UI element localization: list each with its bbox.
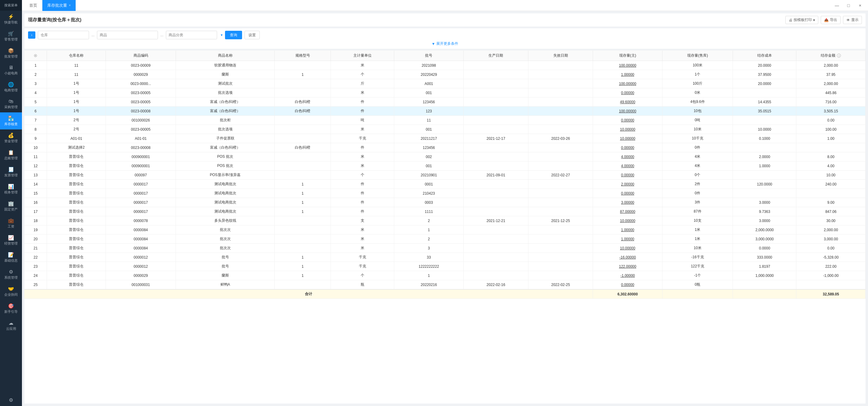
cell-unit: 米 (331, 152, 394, 162)
cell-expire-date (528, 271, 593, 280)
cell-qty-main[interactable]: 10.00000 (593, 134, 662, 143)
cell-unit: 米 (331, 235, 394, 244)
th-spec[interactable]: 规格型号 (275, 50, 331, 61)
cell-product-code: 0000084 (106, 225, 176, 235)
th-unit[interactable]: 主计量单位 (331, 50, 394, 61)
cell-qty-stock: 87件 (662, 207, 733, 216)
search-button[interactable]: 查询 (225, 31, 242, 39)
sidebar-settings[interactable]: ⚙ (0, 394, 22, 406)
maximize-button[interactable]: □ (843, 0, 854, 11)
sidebar-item-purchase[interactable]: 🛍 采购管理 (0, 96, 22, 112)
sidebar-item-hr[interactable]: 💼 工资 (0, 215, 22, 232)
set-button[interactable]: 设置 (245, 31, 260, 39)
expand-conditions[interactable]: ▼ 展开更多条件 (28, 41, 862, 46)
th-qty-main[interactable]: 现存量(主) (593, 50, 662, 61)
cell-qty-stock: 3件 (662, 198, 733, 207)
th-product-name[interactable]: 商品名称 (176, 50, 274, 61)
th-amount[interactable]: 结存金额 i (796, 50, 866, 61)
cell-qty-main[interactable]: 4.00000 (593, 162, 662, 171)
sidebar-item-tax[interactable]: 📊 税务管理 (0, 181, 22, 198)
sidebar-item-retail[interactable]: 🛒 零售管理 (0, 28, 22, 45)
cell-qty-main[interactable]: 100.00000 (593, 79, 662, 88)
cell-qty-main[interactable]: -1.00000 (593, 271, 662, 280)
cell-batch: 2021098 (394, 61, 464, 70)
sidebar-item-sys[interactable]: ⚙ 系统管理 (0, 266, 22, 283)
cell-qty-main[interactable]: 10.00000 (593, 244, 662, 253)
sidebar-search[interactable]: 搜索菜单 (0, 0, 22, 11)
cell-qty-main[interactable]: 100.00000 (593, 107, 662, 116)
category-filter[interactable] (166, 31, 217, 39)
sidebar-item-fixed-asset[interactable]: 🏢 固定资产 (0, 198, 22, 215)
select-all-icon[interactable]: ☉ (34, 54, 37, 58)
tab-close-icon[interactable]: × (69, 0, 71, 11)
amount-info-icon[interactable]: i (837, 54, 841, 58)
th-qty-stock[interactable]: 现存量(售库) (662, 50, 733, 61)
cell-index: 23 (24, 262, 47, 271)
cell-product-name: 批次次 (176, 244, 274, 253)
cell-qty-main[interactable]: 49.60000 (593, 98, 662, 107)
cell-product-name: POS 批次 (176, 162, 274, 171)
th-produce-date[interactable]: 生产日期 (463, 50, 528, 61)
sidebar-item-invoice[interactable]: 🧾 发票管理 (0, 164, 22, 181)
cell-qty-main[interactable]: 1.00000 (593, 235, 662, 244)
cell-qty-main[interactable]: 0.00000 (593, 143, 662, 152)
sidebar: 搜索菜单 ⚡ 快捷导航 🛒 零售管理 📦 批发管理 🖥 小超电商 🌐 电商管理 … (0, 0, 22, 406)
category-dropdown-icon[interactable]: ▾ (221, 33, 223, 37)
cell-qty-stock: 4米 (662, 152, 733, 162)
cell-amount: 4.00 (796, 162, 866, 171)
cell-qty-main[interactable]: 10.00000 (593, 125, 662, 134)
cell-qty-main[interactable]: -16.00000 (593, 253, 662, 262)
tab-home[interactable]: 首页 (24, 0, 42, 11)
minimize-button[interactable]: — (831, 0, 842, 11)
cell-qty-main[interactable]: 0.00000 (593, 88, 662, 98)
sidebar-item-collab[interactable]: 🤝 企业协同 (0, 283, 22, 300)
th-warehouse[interactable]: 仓库名称 (47, 50, 106, 61)
cell-product-code: 0000017 (106, 189, 176, 198)
cell-qty-main[interactable]: 0.00000 (593, 171, 662, 180)
cell-qty-main[interactable]: 1.00000 (593, 70, 662, 79)
cell-qty-main[interactable]: 0.00000 (593, 280, 662, 290)
th-cost[interactable]: 结存成本 (733, 50, 796, 61)
cell-qty-main[interactable]: 100.00000 (593, 61, 662, 70)
display-button[interactable]: 👁 显示 (843, 16, 862, 24)
window-controls: — □ × (831, 0, 866, 11)
sidebar-item-quick-nav[interactable]: ⚡ 快捷导航 (0, 11, 22, 28)
sidebar-item-ops[interactable]: 📈 经营管理 (0, 232, 22, 249)
cell-qty-main[interactable]: 0.00000 (593, 189, 662, 198)
cell-qty-main[interactable]: 10.00000 (593, 216, 662, 225)
sidebar-item-asset[interactable]: 💰 资金管理 (0, 130, 22, 146)
cell-spec: 1 (275, 70, 331, 79)
filter-arrow-btn[interactable]: › (28, 31, 35, 39)
th-batch[interactable]: 批号 (394, 50, 464, 61)
warehouse-filter[interactable] (38, 31, 89, 39)
sidebar-item-overall[interactable]: 📋 总账管理 (0, 146, 22, 164)
cell-qty-main[interactable]: 2.00000 (593, 180, 662, 189)
sidebar-item-ecom[interactable]: 🌐 电商管理 (0, 78, 22, 96)
print-button[interactable]: 🖨 按模板打印 ▾ (785, 16, 818, 24)
cell-qty-main[interactable]: 4.00000 (593, 152, 662, 162)
th-expire-date[interactable]: 失效日期 (528, 50, 593, 61)
close-button[interactable]: × (855, 0, 866, 11)
sidebar-item-mini-ecom[interactable]: 🖥 小超电商 (0, 62, 22, 78)
sidebar-item-cloud[interactable]: ☁ 云应用 (0, 317, 22, 334)
tab-inventory-batch[interactable]: 库存批次重 × (42, 0, 76, 11)
cell-product-name: 富减（白色/闷橙） (176, 107, 274, 116)
sidebar-item-base-info[interactable]: 📝 基础信息 (0, 249, 22, 266)
product-filter[interactable] (97, 31, 158, 39)
cell-qty-stock: 0米 (662, 88, 733, 98)
export-button[interactable]: 📤 导出 (821, 16, 841, 24)
cell-qty-main[interactable]: 87.00000 (593, 207, 662, 216)
cell-qty-main[interactable]: 1.00000 (593, 225, 662, 235)
cell-qty-main[interactable]: 122.00000 (593, 262, 662, 271)
sidebar-item-wholesale[interactable]: 📦 批发管理 (0, 45, 22, 62)
cell-qty-main[interactable]: 3.00000 (593, 198, 662, 207)
cell-qty-main[interactable]: 0.00000 (593, 116, 662, 125)
th-product-code[interactable]: 商品编码 (106, 50, 176, 61)
cell-product-name: 鲜鸭A (176, 280, 274, 290)
sidebar-item-newbie[interactable]: 🎯 新手引导 (0, 300, 22, 317)
asset-icon: 💰 (8, 133, 14, 138)
cell-product-name: 批号 (176, 253, 274, 262)
sidebar-item-inventory[interactable]: 🏪 库存核查 (0, 112, 22, 130)
export-icon: 📤 (824, 18, 829, 22)
ecom-icon: 🌐 (8, 81, 14, 88)
